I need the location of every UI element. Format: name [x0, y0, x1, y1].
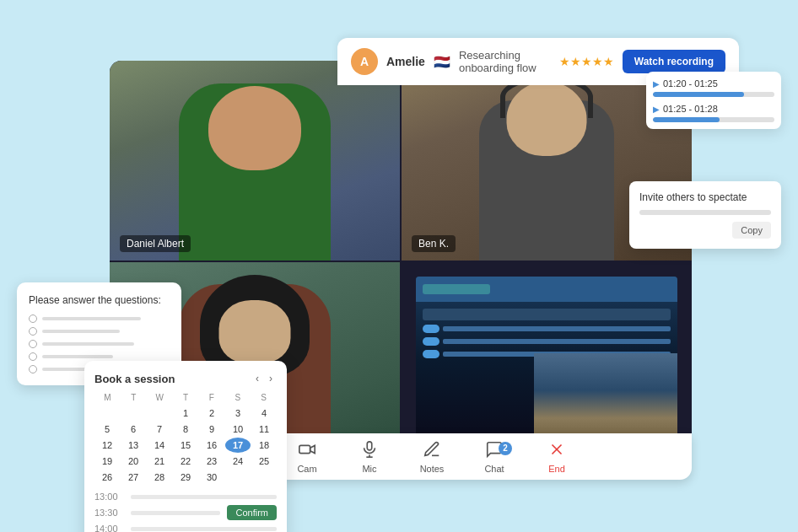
qa-title: Please answer the questions: [29, 294, 170, 306]
day-header-w: W [147, 393, 173, 402]
calendar-day[interactable]: 25 [251, 454, 277, 469]
calendar-day[interactable]: 30 [199, 470, 224, 485]
video-cell-screen: Paula's screen [402, 262, 692, 462]
end-button[interactable]: End [527, 437, 586, 477]
daniel-video-bg [110, 61, 400, 261]
calendar-day[interactable]: 13 [121, 438, 146, 453]
time-slot-bar [131, 495, 277, 499]
recording-progress-bar [653, 92, 774, 97]
calendar-panel: Book a session ‹ › M T W T F S S 1234567… [84, 361, 287, 532]
svg-rect-2 [367, 441, 372, 449]
calendar-day[interactable]: 20 [121, 454, 146, 469]
calendar-day[interactable]: 19 [94, 454, 120, 469]
session-title: Researching onboarding flow [459, 49, 551, 74]
calendar-day[interactable]: 5 [94, 422, 120, 437]
qa-option [29, 314, 170, 323]
calendar-day[interactable]: 28 [147, 470, 172, 485]
video-cell-daniel: Daniel Albert [110, 61, 400, 261]
calendar-day [147, 406, 172, 421]
calendar-day [251, 470, 277, 485]
calendar-day[interactable]: 21 [147, 454, 172, 469]
notes-button[interactable]: Notes [402, 437, 461, 477]
recording-progress-bar [653, 117, 774, 122]
recordings-panel: ▶ 01:20 - 01:25 ▶ 01:25 - 01:28 [646, 72, 781, 129]
day-header-t2: T [173, 393, 199, 402]
qa-option [29, 327, 170, 336]
calendar-day[interactable]: 16 [199, 438, 224, 453]
qa-radio[interactable] [29, 340, 37, 348]
calendar-day[interactable]: 27 [121, 470, 146, 485]
svg-rect-1 [299, 445, 310, 453]
qa-radio[interactable] [29, 365, 37, 373]
mic-icon [360, 440, 379, 461]
invite-title: Invite others to spectate [639, 191, 771, 203]
mic-button[interactable]: Mic [340, 437, 399, 477]
video-label-daniel: Daniel Albert [120, 235, 191, 252]
recording-time: ▶ 01:20 - 01:25 [653, 78, 774, 89]
qa-option [29, 340, 170, 348]
calendar-title: Book a session [94, 373, 175, 385]
qa-line [42, 317, 141, 320]
cam-icon [298, 440, 316, 461]
qa-radio[interactable] [29, 327, 37, 336]
calendar-day[interactable]: 17 [225, 438, 251, 453]
calendar-day[interactable]: 18 [251, 438, 277, 453]
calendar-day[interactable]: 4 [251, 406, 277, 421]
time-slot-bar [131, 511, 220, 515]
calendar-next-button[interactable]: › [265, 371, 277, 386]
copy-button[interactable]: Copy [732, 222, 771, 239]
calendar-day[interactable]: 10 [225, 422, 251, 437]
calendar-day[interactable]: 12 [94, 438, 120, 453]
calendar-day[interactable]: 15 [173, 438, 198, 453]
chat-label: Chat [484, 464, 504, 474]
chat-badge: 2 [499, 442, 512, 455]
mic-label: Mic [362, 464, 376, 474]
calendar-day [225, 470, 251, 485]
calendar-day[interactable]: 24 [225, 454, 251, 469]
recording-bar-fill [653, 117, 720, 122]
calendar-day[interactable]: 2 [199, 406, 224, 421]
calendar-day[interactable]: 23 [199, 454, 224, 469]
end-label: End [548, 464, 565, 474]
video-label-ben: Ben K. [412, 235, 456, 252]
user-name: Amelie [386, 55, 425, 68]
screen-line-2 [443, 339, 671, 344]
recording-item: ▶ 01:20 - 01:25 [653, 78, 774, 97]
day-header-m: M [94, 393, 121, 402]
recording-bar-fill [653, 92, 744, 97]
qa-radio[interactable] [29, 352, 37, 361]
calendar-day[interactable]: 29 [173, 470, 198, 485]
calendar-prev-button[interactable]: ‹ [251, 371, 263, 386]
calendar-days: 1234567891011121314151617181920212223242… [94, 406, 277, 485]
calendar-day[interactable]: 9 [199, 422, 224, 437]
play-icon[interactable]: ▶ [653, 79, 660, 89]
confirm-button[interactable]: Confirm [227, 505, 277, 520]
calendar-day[interactable]: 7 [147, 422, 172, 437]
qa-radio[interactable] [29, 314, 37, 323]
qa-line [42, 342, 134, 346]
calendar-day[interactable]: 14 [147, 438, 172, 453]
time-label: 13:30 [94, 508, 124, 518]
qa-line [42, 330, 120, 333]
calendar-day [94, 406, 120, 421]
calendar-day[interactable]: 3 [225, 406, 251, 421]
day-header-s2: S [251, 393, 277, 402]
calendar-day[interactable]: 26 [94, 470, 120, 485]
calendar-day[interactable]: 11 [251, 422, 277, 437]
screen-top-bar [416, 277, 677, 302]
screen-toggle-2 [423, 337, 439, 346]
calendar-day[interactable]: 22 [173, 454, 198, 469]
watch-recording-button[interactable]: Watch recording [623, 50, 725, 73]
time-slot-bar [131, 527, 277, 531]
avatar: A [351, 48, 378, 75]
calendar-day[interactable]: 6 [121, 422, 146, 437]
flag-icon: 🇳🇱 [434, 54, 450, 70]
calendar-day[interactable]: 1 [173, 406, 198, 421]
recording-time: ▶ 01:25 - 01:28 [653, 104, 774, 114]
screen-line-1 [443, 326, 671, 331]
invite-panel: Invite others to spectate Copy [629, 181, 781, 249]
chat-button[interactable]: 2 Chat [465, 437, 524, 477]
calendar-day-headers: M T W T F S S [94, 393, 277, 402]
play-icon[interactable]: ▶ [653, 105, 660, 114]
calendar-day[interactable]: 8 [173, 422, 198, 437]
